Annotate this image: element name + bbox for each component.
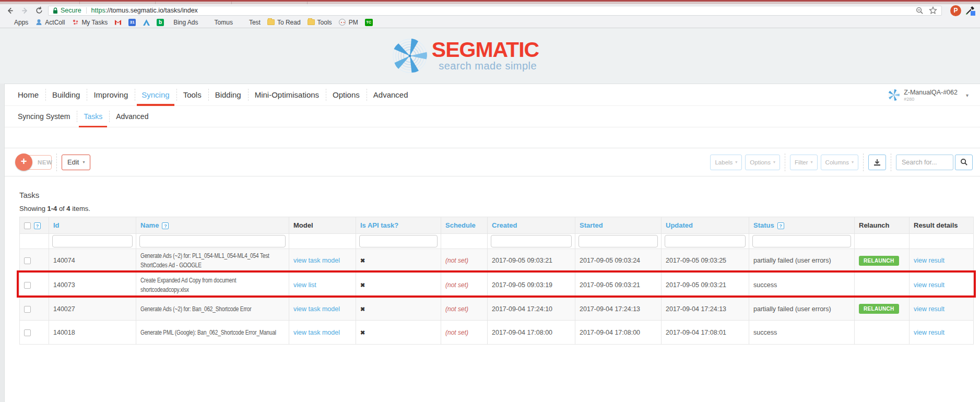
column-header-updated[interactable]: Updated	[666, 221, 693, 229]
column-header-status[interactable]: Status	[753, 221, 774, 229]
search-icon	[960, 158, 968, 166]
nav-tab-home[interactable]: Home	[11, 84, 45, 105]
nav-tab-building[interactable]: Building	[45, 84, 87, 105]
select-all-checkbox[interactable]	[24, 222, 31, 229]
task-row-140074[interactable]: 140074Generate Ads (~2) for: PL1_054-ML1…	[20, 249, 974, 273]
bookmark-item[interactable]: 31	[128, 19, 136, 26]
column-header-started[interactable]: Started	[580, 221, 603, 229]
filter-input-api[interactable]	[359, 235, 438, 247]
filter-input-status[interactable]	[752, 235, 851, 247]
segmatic-logo[interactable]: SEGMATIC search made simple	[391, 37, 539, 75]
column-header-created[interactable]: Created	[492, 221, 517, 229]
bookmark-item[interactable]: Apps	[4, 19, 28, 26]
address-bar[interactable]: Secure https://tomus.segmatic.io/tasks/i…	[48, 6, 942, 16]
url-text: https://tomus.segmatic.io/tasks/index	[91, 7, 198, 14]
caret-down-icon: ▾	[82, 160, 85, 164]
columns-button[interactable]: Columns▾	[821, 155, 858, 170]
eyedropper-extension-icon[interactable]	[964, 5, 976, 16]
bookmark-item[interactable]: Tools	[308, 19, 332, 26]
bookmark-item[interactable]: PM	[339, 19, 358, 26]
relaunch-button[interactable]: RELAUNCH	[859, 304, 899, 314]
bookmark-item[interactable]: Bing Ads	[171, 19, 198, 26]
bookmark-item[interactable]	[114, 19, 122, 26]
bookmark-item[interactable]: To Read	[267, 19, 301, 26]
bookmark-item[interactable]: Tomus	[205, 19, 233, 26]
cell-schedule: (not set)	[445, 305, 468, 313]
model-link[interactable]: view list	[293, 281, 316, 289]
subnav-tab-advanced[interactable]: Advanced	[109, 106, 155, 127]
bookmark-item[interactable]: ActColl	[35, 19, 65, 26]
bookmark-item[interactable]: Test	[240, 19, 261, 26]
subnav-tab-tasks[interactable]: Tasks	[77, 106, 109, 127]
back-button[interactable]	[4, 5, 16, 16]
folder-icon	[267, 19, 275, 26]
task-row-140027[interactable]: 140027Generate Ads (~2) for: Ban_062_Sho…	[20, 298, 974, 321]
reload-button[interactable]	[33, 5, 45, 16]
x-mark-icon: ✖	[360, 257, 365, 264]
bookmark-item[interactable]	[143, 19, 150, 26]
bookmark-star-icon[interactable]	[929, 6, 937, 15]
apps-grid-icon	[4, 19, 11, 26]
column-header-name[interactable]: Name	[140, 221, 159, 229]
filter-input-updated[interactable]	[665, 235, 746, 247]
edit-button[interactable]: Edit▾	[62, 155, 90, 170]
column-header-api[interactable]: Is API task?	[360, 221, 398, 229]
zoom-out-icon[interactable]	[916, 7, 924, 15]
help-icon[interactable]: ?	[34, 222, 41, 229]
column-header-id[interactable]: Id	[53, 221, 60, 229]
relaunch-button[interactable]: RELAUNCH	[859, 256, 899, 266]
cell-started: 2017-09-04 17:24:13	[575, 298, 662, 321]
forward-button[interactable]	[19, 5, 30, 16]
nav-tab-mini-optimisations[interactable]: Mini-Optimisations	[248, 84, 326, 105]
download-button[interactable]	[868, 155, 886, 170]
filter-button[interactable]: Filter▾	[790, 155, 818, 170]
search-button[interactable]	[955, 155, 973, 170]
row-checkbox[interactable]	[24, 329, 31, 336]
help-icon[interactable]: ?	[777, 222, 784, 229]
bookmark-item[interactable]: b	[157, 19, 164, 26]
task-row-140018[interactable]: 140018Generate PML (Google): Ban_062_Sho…	[20, 321, 974, 345]
nav-tab-advanced[interactable]: Advanced	[367, 84, 415, 105]
user-widget[interactable]: Z-ManualQA-#062 #280 ▾	[888, 84, 969, 106]
filter-input-id[interactable]	[52, 235, 133, 247]
model-link[interactable]: view task model	[293, 257, 340, 264]
nav-tab-tools[interactable]: Tools	[176, 84, 208, 105]
bookmark-label: My Tasks	[81, 19, 108, 26]
extension-p-icon[interactable]: P	[950, 5, 961, 16]
task-row-140073[interactable]: 140073Create Expanded Ad Copy from docum…	[20, 273, 974, 298]
labels-button[interactable]: Labels▾	[710, 155, 742, 170]
model-link[interactable]: view task model	[293, 329, 340, 336]
nav-tab-options[interactable]: Options	[326, 84, 367, 105]
new-button[interactable]: NEW +	[15, 153, 52, 171]
caret-down-icon: ▾	[773, 160, 775, 164]
nav-tab-syncing[interactable]: Syncing	[135, 84, 176, 105]
nav-tab-improving[interactable]: Improving	[87, 84, 135, 105]
cell-id: 140027	[49, 298, 136, 321]
download-icon	[873, 159, 881, 166]
row-checkbox[interactable]	[24, 282, 31, 289]
column-header-schedule[interactable]: Schedule	[445, 221, 476, 229]
nav-tab-bidding[interactable]: Bidding	[208, 84, 248, 105]
cell-started: 2017-09-04 17:08:00	[575, 321, 662, 345]
bookmark-item[interactable]: My Tasks	[72, 19, 108, 26]
bookmark-label: Test	[249, 19, 261, 26]
folder-icon	[308, 19, 315, 26]
result-link[interactable]: view result	[914, 305, 944, 313]
model-link[interactable]: view task model	[293, 305, 340, 313]
options-button[interactable]: Options▾	[745, 155, 780, 170]
row-checkbox[interactable]	[24, 306, 31, 313]
toolbar-separator	[891, 153, 891, 171]
result-link[interactable]: view result	[914, 281, 944, 289]
result-link[interactable]: view result	[914, 257, 944, 264]
subnav-tab-syncing-system[interactable]: Syncing System	[11, 106, 77, 127]
result-link[interactable]: view result	[914, 329, 944, 336]
help-icon[interactable]: ?	[162, 222, 169, 229]
search-input[interactable]	[896, 155, 953, 170]
lock-icon	[53, 7, 58, 14]
filter-input-started[interactable]	[578, 235, 658, 247]
filter-input-name[interactable]	[139, 235, 286, 247]
row-checkbox[interactable]	[24, 257, 31, 264]
bookmark-item[interactable]: TC	[365, 19, 373, 26]
cell-created: 2017-09-04 17:08:00	[488, 321, 575, 345]
filter-input-created[interactable]	[491, 235, 572, 247]
